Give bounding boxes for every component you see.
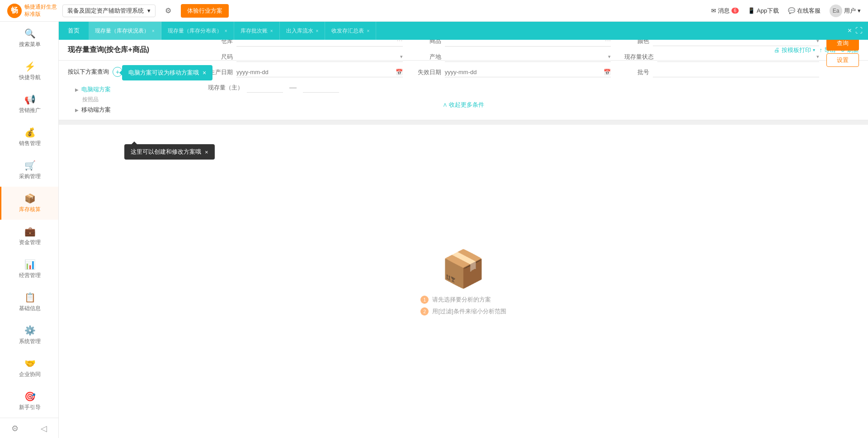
online-service-button[interactable]: 💬 在线客服 [788,7,821,15]
calendar-icon[interactable]: 📅 [396,69,403,75]
color-input[interactable]: ▾ [653,40,819,46]
step-num-2: 2 [420,307,429,316]
origin-input[interactable]: ▾ [445,52,611,62]
stock-status-text-input[interactable] [657,53,815,60]
color-dropdown-icon[interactable]: ▾ [816,40,819,44]
tab-inventory-dist[interactable]: 现存量（库存分布表） × [161,22,234,40]
chart-icon: 📊 [24,259,36,270]
sidebar-item-search[interactable]: 🔍 搜索菜单 [0,22,58,55]
tab-maximize-icon[interactable]: ⛶ [855,27,863,35]
warehouse-picker-icon[interactable]: ··· [396,40,402,45]
stock-status-input[interactable]: ▾ [657,52,819,62]
tab-inout-flow[interactable]: 出入库流水 × [280,22,326,40]
sidebar-item-quick-nav[interactable]: ⚡ 快捷导航 [0,55,58,88]
tab-recv-summary[interactable]: 收发存汇总表 × [325,22,376,40]
empty-step-1: 1 请先选择要分析的方案 [420,296,506,304]
tab-close-icon[interactable]: × [225,28,227,33]
settings-icon[interactable]: ⚙ [161,4,175,18]
user-menu[interactable]: Ea 用户 ▾ [830,5,861,17]
tab-close-icon[interactable]: × [316,28,319,33]
tab-home[interactable]: 首页 [59,22,89,40]
search-button[interactable]: 查询 [826,40,859,51]
avatar: Ea [830,5,842,17]
target-icon: 🎯 [24,391,36,402]
exp-date-input[interactable]: 📅 [445,67,611,77]
sidebar-item-finance[interactable]: 💼 资金管理 [0,220,58,253]
system-selector[interactable]: 装备及固定资产辅助管理系统 ▾ [62,5,156,17]
industry-button[interactable]: 体验行业方案 [181,4,229,18]
product-text-input[interactable] [445,40,603,44]
gear-icon: ⚙️ [24,325,36,336]
warehouse-input[interactable]: ··· [236,40,403,47]
sidebar-settings-button[interactable]: ⚙ [11,424,19,433]
filter-field-warehouse: 仓库 ··· [208,40,403,47]
sidebar-item-enterprise[interactable]: 🤝 企业协同 [0,352,58,385]
tab-close-icon[interactable]: × [152,28,155,33]
logo-area: 畅 畅捷通好生意 标准版 [7,4,57,18]
empty-state: 📦 1 请先选择要分析的方案 2 用[过滤]条件来缩小分析范围 [59,125,868,438]
logo-icon: 畅 [7,4,22,18]
sidebar-item-marketing[interactable]: 📢 营销推广 [0,88,58,121]
stock-qty-min-input[interactable] [247,83,283,93]
batch-input[interactable] [653,67,819,77]
tab-batch-ledger[interactable]: 库存批次账 × [234,22,280,40]
filter-field-origin: 产地 ▾ [416,52,611,62]
filter-field-size: 尺码 ▾ [208,52,403,62]
sidebar-item-basic[interactable]: 📋 基础信息 [0,286,58,319]
message-icon: ✉ [711,7,716,14]
warehouse-text-input[interactable] [236,40,395,44]
batch-text-input[interactable] [653,69,819,75]
tab-close-all-icon[interactable]: × [848,27,852,35]
scheme-tooltip-close[interactable]: × [203,69,206,76]
messages-button[interactable]: ✉ 消息 6 [711,7,739,15]
product-picker-icon[interactable]: ··· [605,40,611,45]
stock-qty-max-input[interactable] [303,83,339,93]
origin-dropdown-icon[interactable]: ▾ [608,54,611,60]
expand-icon: ▶ [75,108,79,113]
filter-collapse-button[interactable]: ∧ 收起更多条件 [68,96,859,113]
filter-field-exp-date: 失效日期 📅 [416,67,611,77]
mobile-icon: 📱 [748,7,755,14]
tab-close-icon[interactable]: × [367,28,369,33]
sidebar-collapse-button[interactable]: ◁ [41,424,47,433]
filter-field-stock-status: 现存量状态 ▾ [624,52,819,62]
stock-qty-min-text[interactable] [247,84,283,91]
tab-inventory-status[interactable]: 现存量（库存状况表） × [89,22,161,40]
sidebar-item-operations[interactable]: 📊 经营管理 [0,253,58,286]
sidebar-item-sales[interactable]: 💰 销售管理 [0,121,58,154]
calendar-icon[interactable]: 📅 [604,69,611,75]
size-text-input[interactable] [236,53,398,60]
filter-body: 仓库 ··· 商品 ··· [208,40,859,93]
page-content: 现存量查询(按仓库+商品) 🖨 按模板打印 ▾ ↑ 导出 ↺ 刷新 [59,40,868,438]
sidebar-item-inventory[interactable]: 📦 库存核算 [0,187,58,220]
prod-date-input[interactable]: 📅 [236,67,403,77]
tab-close-icon[interactable]: × [270,28,273,33]
product-input[interactable]: ··· [445,40,611,47]
chevron-down-icon: ▾ [147,7,151,14]
prod-date-text-input[interactable] [236,69,394,75]
reset-button[interactable]: 设置 [826,53,859,67]
empty-step-2: 2 用[过滤]条件来缩小分析范围 [420,307,506,316]
stock-status-dropdown-icon[interactable]: ▾ [816,54,819,60]
exp-date-text-input[interactable] [445,69,602,75]
sidebar-item-system[interactable]: ⚙️ 系统管理 [0,319,58,352]
create-tooltip-close[interactable]: × [205,149,208,155]
sidebar: 🔍 搜索菜单 ⚡ 快捷导航 📢 营销推广 💰 销售管理 🛒 采购管理 📦 库存核… [0,22,59,438]
sidebar-item-newbie[interactable]: 🎯 新手引导 [0,385,58,418]
filter-field-product: 商品 ··· [416,40,611,47]
size-dropdown-icon[interactable]: ▾ [400,54,403,60]
origin-text-input[interactable] [445,53,607,60]
header-left: 畅 畅捷通好生意 标准版 装备及固定资产辅助管理系统 ▾ ⚙ 体验行业方案 [7,4,229,18]
handshake-icon: 🤝 [24,358,36,369]
app-download-button[interactable]: 📱 App下载 [748,7,779,15]
size-input[interactable]: ▾ [236,52,403,62]
stock-qty-max-text[interactable] [303,84,339,91]
logo-text: 畅捷通好生意 标准版 [24,4,57,18]
sidebar-item-purchase[interactable]: 🛒 采购管理 [0,154,58,187]
color-text-input[interactable] [653,40,815,44]
tab-bar: 首页 现存量（库存状况表） × 现存量（库存分布表） × 库存批次账 × 出入库… [59,22,868,40]
sidebar-bottom: ⚙ ◁ [0,418,58,438]
range-dash: — [287,84,299,92]
clipboard-icon: 📋 [24,292,36,303]
tab-spacer [376,22,842,40]
